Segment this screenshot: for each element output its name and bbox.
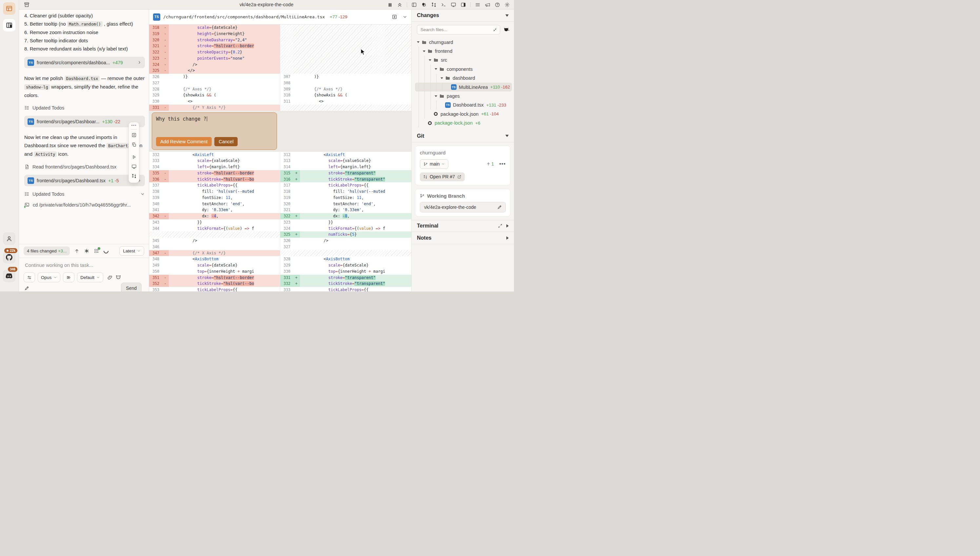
tree-row-components[interactable]: components [415, 65, 512, 73]
cat-icon[interactable] [503, 27, 509, 33]
review-comment-box[interactable]: Why this change ? Add Review Comment Can… [152, 112, 277, 150]
account-button[interactable] [3, 233, 15, 245]
play-icon[interactable] [131, 152, 137, 162]
diff-line-old[interactable]: 346 [149, 244, 280, 250]
copy-icon[interactable] [131, 140, 137, 149]
diff-line-old[interactable]: 345 /> [149, 238, 280, 244]
expand-terminal-icon[interactable] [498, 223, 502, 228]
diff-line-old[interactable]: 337 tickLabelProps={{ [149, 182, 280, 189]
edit-branch-pencil-icon[interactable] [497, 205, 502, 210]
diff-line-new[interactable]: 310 {showAxis && ( [280, 92, 411, 99]
tree-row-dashboard-tsx[interactable]: TSDashboard.tsx+131 -233 [415, 101, 512, 110]
diff-line-new[interactable]: 307 )} [280, 74, 411, 80]
diff-line-old[interactable]: 332 <AxisLeft [149, 152, 280, 158]
panel-right-icon[interactable] [460, 2, 466, 8]
settings-gear-icon[interactable] [504, 2, 510, 8]
git-compare-icon[interactable] [431, 2, 437, 8]
diff-line-new[interactable]: 314 left={margin.left} [280, 164, 411, 170]
diff-line-old[interactable]: 334 left={margin.left} [149, 164, 280, 170]
git-compare-icon[interactable] [131, 171, 137, 181]
attach-paperclip-icon[interactable] [107, 275, 113, 280]
diff-line-old[interactable]: 335- stroke="hsl(var(--border [149, 170, 280, 176]
add-review-comment-button[interactable]: Add Review Comment [156, 137, 212, 146]
updated-todos-row[interactable]: Updated Todos [24, 105, 145, 110]
working-branch-input[interactable] [423, 204, 497, 210]
diff-line-old[interactable]: 322- strokeOpacity={0.2} [149, 49, 280, 55]
comment-draft-text[interactable]: Why this change ? [156, 116, 207, 122]
diff-line-old[interactable]: 338 fill: 'hsl(var(--muted [149, 189, 280, 195]
send-button[interactable]: Send [121, 283, 142, 291]
chat-settings-button[interactable] [24, 272, 35, 282]
chat-input[interactable] [24, 262, 144, 268]
open-in-editor-icon[interactable] [392, 14, 397, 20]
diff-line-new[interactable]: 308 [280, 80, 411, 86]
cat-icon[interactable] [115, 275, 121, 280]
diff-line-old[interactable]: 351- stroke="hsl(var(--border [149, 275, 280, 281]
diff-line-old[interactable]: 353 tickLabelProps={{ [149, 287, 280, 291]
fast-forward-button[interactable] [63, 272, 74, 282]
kanban-view-button[interactable] [3, 19, 15, 31]
diff-line-old[interactable]: 352- tickStroke="hsl(var(--bo [149, 281, 280, 287]
diff-line-old[interactable]: 327 [149, 80, 280, 86]
file-change-chip[interactable]: TSfrontend/src/pages/Dashboard.tsx+1 -5 [24, 175, 145, 186]
diff-line-old[interactable]: 342- dx: -4, [149, 213, 280, 219]
file-change-chip[interactable]: TSfrontend/src/components/dashboa...+479 [24, 57, 145, 68]
diff-line-old[interactable]: 340 textAnchor: 'end', [149, 201, 280, 207]
diff-line-old[interactable]: 341 dy: '0.33em', [149, 207, 280, 213]
tree-row-churnguard[interactable]: churnguard [415, 38, 512, 47]
diff-line-old[interactable]: 320- strokeDasharray="2,4" [149, 37, 280, 43]
diff-line-new[interactable]: 317 tickLabelProps={{ [280, 182, 411, 189]
scroll-up-icon[interactable] [74, 248, 80, 254]
diff-line-old[interactable]: 324- /> [149, 61, 280, 68]
file-change-chip[interactable]: TSfrontend/src/pages/Dashboar...+130 -22 [24, 116, 145, 127]
cancel-comment-button[interactable]: Cancel [214, 137, 237, 146]
diff-line-new[interactable]: 326 /> [280, 238, 411, 244]
monitor-icon[interactable] [450, 2, 456, 8]
commits-ahead-indicator[interactable]: 1 [486, 161, 494, 166]
diff-line-old[interactable]: 348 <AxisBottom [149, 256, 280, 262]
diff-line-new[interactable]: 324 tickFormat={(value) => f [280, 226, 411, 232]
diff-line-new[interactable]: 327 [280, 244, 411, 250]
diff-line-old[interactable]: 344 tickFormat={(value) => f [149, 226, 280, 232]
tree-row-frontend[interactable]: frontend [415, 47, 512, 55]
diff-line-new[interactable]: 323 }} [280, 219, 411, 226]
layout-view-button[interactable] [3, 2, 15, 15]
tree-row-multilinearea-tsx[interactable]: TSMultiLineArea.tsx+110 -162 [415, 82, 512, 92]
diff-line-old[interactable]: 325- </> [149, 68, 280, 74]
terminal-command-row[interactable]: cd /private/var/folders/10/h7w0q46556ggr… [24, 202, 145, 207]
diff-line-old[interactable]: 333 scale={valueScale} [149, 158, 280, 164]
diff-line-old[interactable]: 330 <> [149, 99, 280, 105]
tree-row-dashboard[interactable]: dashboard [415, 74, 512, 82]
diff-line-new[interactable]: 329 scale={dateScale} [280, 262, 411, 268]
tree-row-pages[interactable]: pages [415, 92, 512, 100]
changes-section-header[interactable]: Changes [412, 10, 514, 22]
diff-line-new[interactable]: 330 top={innerHeight + margi [280, 268, 411, 275]
tree-row-package-lock-json[interactable]: package-lock.json+61 -104 [415, 110, 512, 118]
mode-dropdown[interactable]: Default [77, 272, 103, 282]
diff-line-old[interactable]: 336- tickStroke="hsl(var(--bo [149, 176, 280, 183]
terminal-section-header[interactable]: Terminal [412, 220, 514, 232]
diff-line-new[interactable]: 328 <AxisBottom [280, 256, 411, 262]
terminal-icon[interactable] [441, 2, 446, 8]
help-icon[interactable] [495, 2, 500, 8]
diff-line-old[interactable]: 331- {/* Y Axis */} [149, 105, 280, 111]
diff-line-new[interactable]: 316+ tickStroke="transparent" [280, 176, 411, 183]
more-options-icon[interactable]: ••• [131, 124, 137, 127]
github-button[interactable]: ★ 22k [3, 251, 15, 263]
diff-line-new[interactable]: 322+ dx: -8, [280, 213, 411, 219]
read-file-row[interactable]: Read frontend/src/pages/Dashboard.tsx [24, 164, 145, 170]
diff-line-old[interactable]: 347- {/* X Axis */} [149, 250, 280, 256]
working-branch-field[interactable] [420, 202, 506, 212]
diff-line-new[interactable]: 321 dy: '0.33em', [280, 207, 411, 213]
megaphone-icon[interactable] [485, 2, 490, 8]
diff-line-old[interactable]: 321- stroke="hsl(var(--border [149, 43, 280, 49]
diff-line-old[interactable]: 326 )} [149, 74, 280, 80]
collapse-tree-icon[interactable] [492, 27, 497, 32]
diff-line-new[interactable]: 311 <> [280, 99, 411, 105]
diff-line-new[interactable]: 333 tickLabelProps={{ [280, 287, 411, 291]
collapse-file-chevron-icon[interactable] [402, 15, 407, 19]
diff-line-old[interactable]: 318- scale={dateScale} [149, 24, 280, 31]
theme-contrast-icon[interactable] [421, 2, 427, 8]
search-files-input[interactable] [420, 27, 492, 32]
git-section-header[interactable]: Git [412, 130, 514, 142]
